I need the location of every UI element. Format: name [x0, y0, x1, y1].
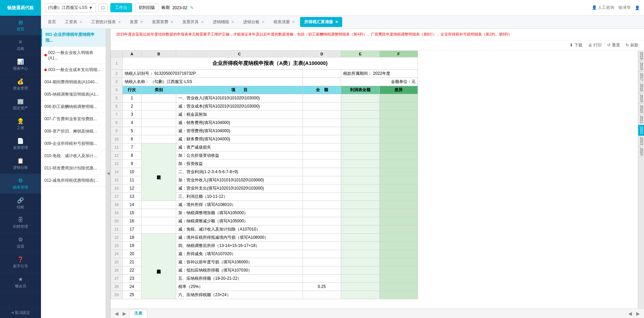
table-row: 5 1 一、营业收入(填写A101010\101020\103000): [111, 94, 418, 102]
left-panel-item-005[interactable]: 005-纳税调整项目明细表(A1...: [41, 88, 106, 101]
tab-close-invoice-open[interactable]: ✕: [201, 20, 204, 24]
table-row: 21 17 减：免税、减计收入及加计扣除（A107010）: [111, 225, 418, 233]
year-axis-item-active[interactable]: 2022: [638, 125, 644, 136]
row-num: 1: [111, 57, 123, 69]
left-panel-item-004[interactable]: 004-期间费用明细表(A1040...: [41, 76, 106, 88]
tab-close-invoice-calc[interactable]: ✕: [170, 20, 173, 24]
year-axis-item[interactable]: 2021: [638, 114, 644, 125]
col-F-header: 差异: [379, 86, 418, 94]
switch-button[interactable]: 切到旧版: [135, 3, 159, 12]
refresh-button[interactable]: ↻ 刷新: [626, 42, 639, 48]
unpin-button[interactable]: ⊲ 取消固定: [0, 307, 41, 318]
tab-close-invoice[interactable]: ✕: [140, 20, 143, 24]
year-axis-item[interactable]: 2016: [638, 61, 644, 72]
sidebar-item-settings[interactable]: ⚙ 设置: [0, 233, 41, 253]
sidebar-item-member[interactable]: ★ 畅会员: [0, 273, 41, 292]
year-axis-item[interactable]: 2018: [638, 82, 644, 93]
sheet-nav-prev[interactable]: ◀: [113, 311, 120, 316]
print-button[interactable]: 🖨 打印: [588, 42, 602, 48]
sidebar-item-label: 报表中心: [13, 66, 28, 71]
left-panel-item-003[interactable]: 003-一般企业成本支出明细...: [41, 64, 106, 76]
sidebar-item-home[interactable]: ⊞ 首页: [0, 16, 41, 36]
left-panel-item-011[interactable]: 011-研发费用加计扣除优惠...: [41, 162, 106, 175]
sidebar-item-reports[interactable]: 📊 报表中心: [0, 55, 41, 75]
sidebar-item-fund[interactable]: 💰 资金管理: [0, 75, 41, 95]
sidebar-item-invoices[interactable]: 📄 发票管理: [0, 134, 41, 154]
profit-calc-label: 利润总额计算: [141, 143, 176, 201]
table-row: 8 4 减：销售费用(填写A104000): [111, 119, 418, 127]
sidebar-item-close[interactable]: 🔗 结账: [0, 194, 41, 213]
item-label: 009-企业所得税补亏损明细...: [44, 141, 97, 147]
tab-close-sales-ledger[interactable]: ✕: [262, 20, 265, 24]
tab-close-payroll[interactable]: ✕: [79, 20, 82, 24]
tab-sales-ledger[interactable]: 进销台账 ✕: [239, 17, 269, 27]
year-axis-item[interactable]: 2017: [638, 72, 644, 82]
tab-payroll[interactable]: 工资表 ✕: [61, 17, 86, 27]
sheet-nav-next[interactable]: ▶: [121, 311, 128, 316]
left-panel-item-006[interactable]: 006-职工薪酬纳税调整明细...: [41, 101, 106, 113]
item-label: 006-职工薪酬纳税调整明细...: [44, 104, 97, 110]
year-axis-item[interactable]: 2020: [638, 104, 644, 114]
tab-close-income-tax[interactable]: ✕: [335, 20, 338, 24]
col-header-D: D: [303, 51, 341, 57]
corner-cell: [111, 51, 123, 57]
app-logo[interactable]: 畅捷通易代账: [0, 0, 41, 16]
member-icon: ★: [18, 276, 23, 282]
tab-tax-schedule[interactable]: 税表清册 ✕: [269, 17, 299, 27]
sidebar-item-archive[interactable]: 🗄 归档管理: [0, 213, 41, 233]
year-axis: 2019 2016 2017 2018 2019 2020 2021 2022 …: [638, 51, 644, 309]
payroll-icon: 👷: [17, 118, 24, 124]
main-table: A B C D E F: [111, 51, 418, 299]
left-panel-item-012[interactable]: 012-减免所得税优惠明细表(...: [41, 175, 106, 187]
spreadsheet-container[interactable]: A B C D E F: [111, 51, 644, 309]
sidebar-item-guide[interactable]: ❓ 新手引导: [0, 253, 41, 273]
collapse-panel-button[interactable]: ◀: [106, 29, 111, 318]
item-label: 003-一般企业成本支出明细...: [48, 67, 101, 73]
year-axis-item[interactable]: 2019: [638, 51, 644, 61]
tab-invoice[interactable]: 发票 ✕: [126, 17, 147, 27]
scroll-right-btn[interactable]: ▶: [635, 311, 641, 316]
sidebar: 畅捷通易代账 ⊞ 首页 ≡ 总账 📊 报表中心 💰 资金管理 🏢 固定资产 👷 …: [0, 0, 41, 318]
left-panel-item-002[interactable]: 002-一般企业收入明细表(A1...: [41, 47, 106, 64]
edit-period-icon[interactable]: ✎: [190, 5, 194, 10]
sidebar-item-assets[interactable]: 🏢 固定资产: [0, 95, 41, 114]
copy-button[interactable]: □: [99, 3, 108, 12]
left-panel-item-007[interactable]: 007-广告费和业务宣传费跌...: [41, 113, 106, 125]
tab-home[interactable]: 首页: [44, 17, 60, 27]
year-axis-item[interactable]: 2024: [638, 147, 644, 157]
tab-payroll-stats[interactable]: 工资统计报表 ✕: [87, 17, 125, 27]
scroll-left-btn[interactable]: ◀: [627, 311, 633, 316]
sidebar-item-label: 进销台账: [13, 165, 28, 170]
sidebar-item-label: 发票管理: [13, 145, 28, 150]
tab-invoice-open[interactable]: 发票开具 ✕: [178, 17, 208, 27]
tab-sales-audit[interactable]: 进销稽核 ✕: [209, 17, 238, 27]
sidebar-item-payroll[interactable]: 👷 工资: [0, 114, 41, 134]
left-panel-item-010[interactable]: 010-免税、减计收入及加计...: [41, 150, 106, 162]
col-header-C: C: [176, 51, 303, 57]
reports-icon: 📊: [17, 58, 24, 65]
sidebar-item-sales[interactable]: 📋 进销台账: [0, 154, 41, 174]
company-selector[interactable]: (勾删）江西服宝-LSS ▼: [45, 3, 96, 12]
left-panel-item-008[interactable]: 008-资产折旧、摊销及纳税...: [41, 125, 106, 138]
tab-invoice-calc[interactable]: 发票算费 ✕: [148, 17, 178, 27]
download-button[interactable]: ⬇ 下载: [570, 42, 583, 48]
year-axis-item[interactable]: 2023: [638, 136, 644, 147]
warning-text: 2019年度步及取以前年度结转数据的申报表单元格需要手工维护正确，才能保证本年及…: [116, 32, 512, 36]
sidebar-item-ledger[interactable]: ≡ 总账: [0, 36, 41, 55]
tab-close-tax-schedule[interactable]: ✕: [292, 20, 295, 24]
sidebar-item-tax[interactable]: ⚙ 税务管理: [0, 174, 41, 194]
tab-close-sales-audit[interactable]: ✕: [231, 20, 234, 24]
tab-income-tax[interactable]: 所得税汇算清缴 ✕: [300, 17, 342, 27]
reset-button[interactable]: ↺ 重置: [607, 42, 620, 48]
sheet-tab-main[interactable]: 主表: [129, 309, 148, 318]
table-title: 企业所得税年度纳税申报表（A类）主表(A100000): [122, 57, 418, 69]
col-header-F: F: [379, 51, 418, 57]
left-panel-item-001[interactable]: 001-企业所得税年度纳税申报...: [41, 29, 106, 47]
toolbar: ⬇ 下载 🖨 打印 ↺ 重置 ↻ 刷新: [111, 40, 644, 51]
tab-close-payroll-stats[interactable]: ✕: [118, 20, 121, 24]
left-panel-item-009[interactable]: 009-企业所得税补亏损明细...: [41, 138, 106, 150]
workbench-button[interactable]: 工作台: [110, 3, 132, 12]
sidebar-item-label: 工资: [17, 125, 24, 130]
service-button[interactable]: 👤 人工咨询: [592, 5, 614, 11]
year-axis-item[interactable]: 2019: [638, 93, 644, 104]
